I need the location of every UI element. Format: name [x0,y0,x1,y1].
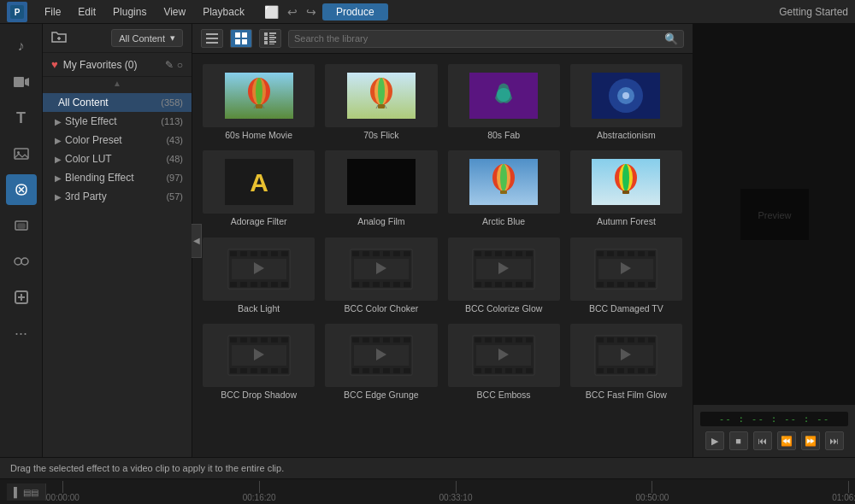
effect-label: Autumn Forest [597,216,656,227]
svg-point-50 [622,92,629,99]
timeline-marker: 01:06:22 [832,481,855,502]
transport-play-button[interactable]: ▶ [705,431,724,450]
effect-label: Abstractionism [597,130,656,141]
svg-rect-24 [269,35,274,36]
effect-item[interactable]: Back Light [199,234,318,317]
sidebar-list: All Content (358)▶ Style Effect (113)▶ C… [43,90,192,457]
svg-text:A: A [250,168,268,196]
effect-label: BCC Emboss [477,390,531,401]
svg-point-9 [21,258,28,265]
effect-item[interactable]: BCC Emboss [445,320,563,403]
new-folder-icon[interactable] [51,30,67,46]
search-icon[interactable]: 🔍 [664,32,678,45]
marker-line [456,481,457,493]
sidebar-item-2[interactable]: ▶ Color Preset (43) [43,131,192,149]
sidebar-collapse-button[interactable]: ◀ [192,224,202,258]
effect-item[interactable]: 70s Flick [321,61,440,144]
effect-item[interactable]: BCC Color Choker [321,234,440,317]
menu-bar: P File Edit Plugins View Playback ⬜ ↩ ↪ … [0,0,855,24]
tool-effects-icon[interactable] [6,174,37,205]
transport-step-back-button[interactable]: ⏪ [777,431,796,450]
menu-plugins[interactable]: Plugins [106,4,153,20]
content-area: 🔍 60s Home Movie [192,24,693,457]
sidebar-label: Blending Effect [65,172,162,184]
effect-item[interactable]: Abstractionism [567,61,686,144]
effect-thumbnail [325,237,437,301]
view-list-button[interactable] [201,29,223,48]
svg-rect-134 [271,337,278,343]
view-detail-button[interactable] [259,29,281,48]
svg-rect-156 [393,368,400,373]
sidebar-label: 3rd Party [65,190,162,202]
effect-item[interactable]: BCC Drop Shadow [199,320,318,403]
transport-buttons: ▶ ■ ⏮ ⏪ ⏩ ⏭ [700,431,848,450]
effect-item[interactable]: Autumn Forest [567,147,686,230]
svg-rect-114 [597,251,604,256]
effect-item[interactable]: 80s Fab [445,61,563,144]
sidebar-count: (48) [166,154,183,164]
nav-monitor-icon[interactable]: ⬜ [262,5,281,19]
transport-next-button[interactable]: ⏭ [825,431,844,450]
svg-rect-23 [269,32,276,34]
effect-item[interactable]: BCC Fast Film Glow [567,320,686,403]
svg-rect-115 [607,251,614,256]
tool-overlay-icon[interactable] [6,210,37,241]
nav-forward-icon[interactable]: ↪ [304,5,319,19]
menu-view[interactable]: View [156,4,192,20]
heart-icon: ♥ [51,58,58,71]
fav-search-icon[interactable]: ○ [177,59,183,71]
tool-photo-icon[interactable] [6,138,37,169]
svg-rect-26 [269,37,276,38]
svg-rect-82 [352,251,359,256]
transport-stop-button[interactable]: ■ [729,431,748,450]
svg-rect-19 [242,32,247,38]
scroll-up-indicator[interactable]: ▲ [43,77,192,90]
effect-item[interactable]: BCC Edge Grunge [321,320,440,403]
svg-rect-76 [271,282,278,287]
view-grid-button[interactable] [230,29,252,48]
effect-label: BCC Damaged TV [589,303,663,314]
effect-label: BCC Colorize Glow [465,303,542,314]
sidebar-item-1[interactable]: ▶ Style Effect (113) [43,112,192,131]
tool-add-icon[interactable] [6,282,37,313]
timeline-marker: 00:16:20 [243,481,276,502]
menu-playback[interactable]: Playback [196,4,251,20]
svg-rect-186 [617,368,624,373]
sidebar-item-3[interactable]: ▶ Color LUT (48) [43,149,192,168]
svg-point-41 [378,78,385,105]
tool-music-icon[interactable]: ♪ [6,31,37,62]
tool-video-icon[interactable] [6,67,37,97]
effect-item[interactable]: 60s Home Movie [199,61,318,144]
effect-item[interactable]: Analog Film [321,147,440,230]
transport-prev-button[interactable]: ⏮ [753,431,772,450]
sidebar-item-0[interactable]: All Content (358) [43,93,192,112]
effect-item[interactable]: BCC Damaged TV [567,234,686,317]
menu-edit[interactable]: Edit [71,4,103,20]
sidebar-item-5[interactable]: ▶ 3rd Party (57) [43,187,192,206]
transport-step-fwd-button[interactable]: ⏩ [801,431,820,450]
effect-item[interactable]: Arctic Blue [445,147,563,230]
timeline-marker: 00:33:10 [439,481,473,502]
search-input[interactable] [294,33,661,44]
nav-back-icon[interactable]: ↩ [285,5,300,19]
effect-item[interactable]: BCC Colorize Glow [445,234,563,317]
content-filter-dropdown[interactable]: All Content ▾ [111,29,183,47]
svg-rect-92 [393,282,400,287]
svg-rect-117 [628,251,634,256]
svg-rect-168 [475,368,481,373]
status-message: Drag the selected effect to a video clip… [10,463,284,473]
timeline-track[interactable]: 00:00:00 00:16:20 00:33:10 00:50:00 01:0… [46,479,848,504]
timeline-start-marker: ▌ [14,487,21,497]
tool-transition-icon[interactable] [6,246,37,277]
svg-rect-66 [230,251,237,256]
svg-rect-148 [373,337,380,343]
fav-add-icon[interactable]: ✎ [165,59,174,71]
effect-item[interactable]: A Adorage Filter [199,147,318,230]
menu-file[interactable]: File [38,4,68,20]
svg-rect-83 [363,251,369,256]
tool-text-icon[interactable]: T [6,103,37,133]
expand-arrow-icon: ▶ [55,155,62,164]
tool-more-icon[interactable]: ··· [6,318,37,349]
sidebar-item-4[interactable]: ▶ Blending Effect (97) [43,168,192,187]
produce-button[interactable]: Produce [322,3,388,21]
